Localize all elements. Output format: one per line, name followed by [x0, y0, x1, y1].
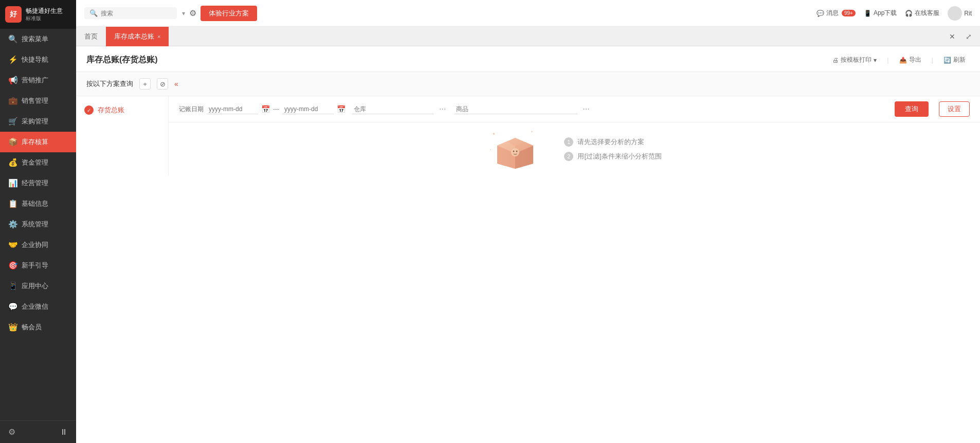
sales-icon: 💼: [8, 96, 17, 105]
date-separator: —: [273, 105, 279, 113]
sidebar-item-newbie[interactable]: 🎯 新手引导: [0, 255, 76, 276]
topbar: 🔍 ▾ ⚙ 体验行业方案 💬 消息 99+ 📱 App下载 🎧 在线客服: [76, 0, 980, 27]
sidebar-item-label: 新手引导: [22, 261, 48, 270]
online-service-label: 在线客服: [915, 9, 939, 17]
app-download-label: App下载: [874, 9, 897, 17]
enterprise-icon: 🤝: [8, 240, 17, 250]
sidebar-item-label: 基础信息: [22, 199, 48, 208]
user-avatar: [948, 6, 962, 21]
sidebar-item-purchase[interactable]: 🛒 采购管理: [0, 111, 76, 132]
refresh-label: 刷新: [953, 56, 966, 64]
content-layout: 存货总账 记账日期 📅 — 📅: [76, 96, 980, 175]
tab-expand-btn[interactable]: ⤢: [961, 29, 976, 44]
sidebar-item-member[interactable]: 👑 畅会员: [0, 317, 76, 338]
logo-text-block: 畅捷通好生意 标准版: [26, 7, 63, 23]
main-area: 🔍 ▾ ⚙ 体验行业方案 💬 消息 99+ 📱 App下载 🎧 在线客服: [76, 0, 980, 443]
date-end-icon[interactable]: 📅: [337, 105, 346, 113]
sidebar-item-system[interactable]: ⚙️ 系统管理: [0, 214, 76, 235]
topbar-gear-icon[interactable]: ⚙: [189, 8, 196, 18]
industry-btn[interactable]: 体验行业方案: [201, 6, 257, 21]
sidebar-item-apps[interactable]: 📱 应用中心: [0, 276, 76, 296]
tab-close-icon[interactable]: ×: [157, 33, 160, 40]
tab-close-panel-btn[interactable]: ✕: [945, 29, 959, 44]
message-btn[interactable]: 💬 消息 99+: [816, 9, 856, 17]
user-info[interactable]: Rit: [948, 6, 972, 21]
product-more-icon[interactable]: ···: [580, 104, 591, 114]
sidebar-item-sales[interactable]: 💼 销售管理: [0, 91, 76, 111]
query-button[interactable]: 查询: [895, 101, 929, 117]
newbie-icon: 🎯: [8, 261, 17, 270]
date-start-input[interactable]: [207, 104, 258, 114]
scheme-item-label: 存货总账: [98, 105, 124, 115]
tab-inventory-ledger[interactable]: 库存成本总账 ×: [106, 27, 169, 46]
member-icon: 👑: [8, 323, 17, 332]
date-start-icon[interactable]: 📅: [261, 105, 270, 113]
scheme-check-icon: [84, 105, 94, 115]
svg-text:✦: ✦: [531, 130, 533, 133]
empty-tip-2: 2 用[过滤]条件来缩小分析范围: [564, 152, 661, 161]
svg-point-8: [516, 151, 518, 152]
tab-active-label: 库存成本总账: [114, 32, 154, 41]
topbar-search-icon: 🔍: [89, 9, 98, 17]
right-content: 记账日期 📅 — 📅 ··· ·: [169, 96, 980, 175]
empty-state: ✦ ✦ ✦ 1 请先选择要分析的方案 2: [169, 122, 980, 175]
sidebar-item-wechat[interactable]: 💬 企业微信: [0, 296, 76, 317]
scheme-panel: 存货总账: [76, 96, 169, 175]
sidebar-item-label: 营销推广: [22, 76, 48, 85]
sidebar-item-label: 经营管理: [22, 179, 48, 188]
finance-icon: 💰: [8, 158, 17, 167]
topbar-search-box[interactable]: 🔍: [84, 7, 177, 19]
dropdown-chevron-icon[interactable]: ▾: [182, 10, 185, 17]
svg-point-7: [513, 151, 515, 152]
tab-home[interactable]: 首页: [76, 27, 106, 46]
user-name: Rit: [964, 10, 972, 17]
warehouse-input[interactable]: [352, 104, 434, 114]
refresh-icon: 🔄: [943, 57, 951, 64]
svg-text:✦: ✦: [489, 148, 492, 151]
empty-illustration: ✦ ✦ ✦: [487, 122, 543, 175]
filter-clear-btn[interactable]: ⊘: [157, 78, 168, 90]
online-service-btn[interactable]: 🎧 在线客服: [905, 9, 939, 17]
export-btn[interactable]: 📤 导出: [895, 54, 925, 66]
filter-collapse-btn[interactable]: «: [174, 80, 178, 88]
empty-tips: 1 请先选择要分析的方案 2 用[过滤]条件来缩小分析范围: [564, 137, 661, 161]
sidebar-item-inventory[interactable]: 📦 库存核算: [0, 132, 76, 152]
scheme-item-inventory-ledger[interactable]: 存货总账: [76, 101, 168, 119]
settings-button[interactable]: 设置: [939, 101, 970, 117]
tip-text-1: 请先选择要分析的方案: [577, 137, 644, 147]
warehouse-more-icon[interactable]: ···: [437, 104, 448, 114]
action-divider2: |: [932, 56, 933, 64]
product-filter-section: ···: [454, 104, 591, 114]
collapse-icon[interactable]: ⏸: [60, 428, 68, 437]
logo-icon: 好: [5, 6, 22, 23]
system-icon: ⚙️: [8, 220, 17, 229]
app-download-btn[interactable]: 📱 App下载: [864, 9, 897, 17]
sidebar-item-search[interactable]: 🔍 搜索菜单: [0, 29, 76, 49]
app-badge: 标准版: [26, 15, 63, 22]
sidebar-item-basic[interactable]: 📋 基础信息: [0, 193, 76, 214]
print-btn[interactable]: 🖨 按模板打印 ▾: [828, 54, 881, 66]
sidebar-item-marketing[interactable]: 📢 营销推广: [0, 70, 76, 91]
date-end-input[interactable]: [282, 104, 334, 114]
topbar-search-input[interactable]: [101, 10, 162, 17]
apps-icon: 📱: [8, 281, 17, 291]
wechat-icon: 💬: [8, 302, 17, 311]
sidebar-item-enterprise[interactable]: 🤝 企业协同: [0, 235, 76, 255]
sidebar-item-operation[interactable]: 📊 经营管理: [0, 173, 76, 193]
refresh-btn[interactable]: 🔄 刷新: [939, 54, 970, 66]
message-badge: 99+: [842, 10, 856, 16]
filter-add-btn[interactable]: +: [139, 78, 151, 90]
sidebar-item-quick-nav[interactable]: ⚡ 快捷导航: [0, 49, 76, 70]
sidebar-item-label: 畅会员: [22, 323, 42, 332]
sidebar-item-label: 资金管理: [22, 158, 48, 167]
topbar-center: ▾ ⚙ 体验行业方案: [182, 6, 811, 21]
sidebar-item-finance[interactable]: 💰 资金管理: [0, 152, 76, 173]
sidebar-item-label: 系统管理: [22, 220, 48, 229]
sidebar-item-label: 企业微信: [22, 302, 48, 311]
product-input[interactable]: [454, 104, 577, 114]
purchase-icon: 🛒: [8, 117, 17, 126]
print-icon: 🖨: [832, 57, 839, 64]
tabs-right-actions: ✕ ⤢: [945, 29, 980, 44]
settings-icon[interactable]: ⚙: [8, 427, 15, 437]
filter-row: 记账日期 📅 — 📅 ··· ·: [169, 96, 980, 122]
